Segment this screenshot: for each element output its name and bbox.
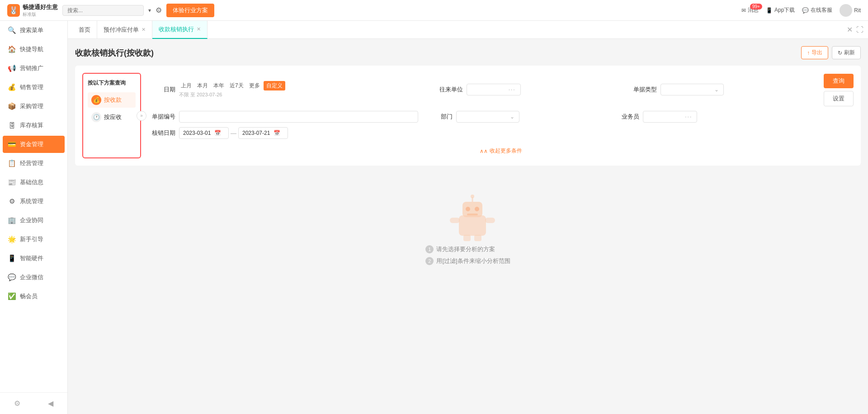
writeoff-start-date[interactable]: 2023-03-01 📅 <box>179 127 229 139</box>
download-icon: 📱 <box>766 7 773 14</box>
dropdown-btn[interactable]: ▾ <box>148 7 151 14</box>
filter-group-salesperson: 业务员 ··· <box>612 111 792 123</box>
filter-option-receipt[interactable]: 💰 按收款 <box>88 92 136 108</box>
service-icon: 💬 <box>802 7 809 14</box>
sidebar-item-quicknav[interactable]: 🏠 快捷导航 <box>0 40 67 59</box>
sidebar-label-hardware: 智能硬件 <box>20 254 43 262</box>
sidebar-settings-btn[interactable]: ⚙ <box>11 396 23 410</box>
sidebar-item-member[interactable]: ✅ 畅会员 <box>0 287 67 306</box>
logo-text: 畅捷通好生意 标准版 <box>23 3 58 18</box>
sidebar-bottom: ⚙ ◀ <box>0 392 67 414</box>
tab-home[interactable]: 首页 <box>72 21 97 39</box>
filter-option-receivable[interactable]: 🕐 按应收 <box>88 109 136 125</box>
industry-btn[interactable]: 体验行业方案 <box>166 4 214 17</box>
tabs-bar-right: ✕ ⛶ <box>847 25 863 34</box>
sidebar-label-basic: 基础信息 <box>20 178 43 186</box>
tab-prepay[interactable]: 预付冲应付单 ✕ <box>97 21 152 39</box>
refresh-btn[interactable]: ↻ 刷新 <box>832 46 861 59</box>
sidebar-item-wechat[interactable]: 💬 企业微信 <box>0 268 67 287</box>
gear-btn[interactable]: ⚙ <box>156 6 162 14</box>
page-title: 收款核销执行(按收款) <box>75 48 154 58</box>
user-area[interactable]: Rit <box>840 4 861 17</box>
sidebar-item-search[interactable]: 🔍 搜索菜单 <box>0 21 67 40</box>
counterparty-select[interactable]: ··· <box>467 84 521 95</box>
date-shortcut-more[interactable]: 更多 <box>247 81 262 90</box>
query-btn[interactable]: 查询 <box>824 74 854 88</box>
tip-num-1: 1 <box>425 245 434 253</box>
logo-area: 🐰 畅捷通好生意 标准版 <box>7 3 58 18</box>
date-shortcut-thismonth[interactable]: 本月 <box>195 81 210 90</box>
filter-row-1: 日期 上月 本月 本年 近7天 更多 自定义 不限 至 <box>148 73 854 106</box>
date-shortcut-custom[interactable]: 自定义 <box>264 81 285 90</box>
filter-collapse-btn[interactable]: » <box>137 111 146 121</box>
online-service-btn[interactable]: 💬 在线客服 <box>802 6 832 14</box>
filter-panel-title: 按以下方案查询 <box>88 79 136 87</box>
tab-expand-btn[interactable]: ⛶ <box>856 26 863 34</box>
svg-rect-7 <box>450 218 460 223</box>
sidebar-item-guide[interactable]: 🌟 新手引导 <box>0 230 67 249</box>
search-input[interactable] <box>62 5 144 16</box>
date-separator: — <box>231 130 236 137</box>
date-label: 日期 <box>148 86 175 94</box>
svg-point-3 <box>475 207 479 211</box>
export-btn[interactable]: ↑ 导出 <box>801 46 828 59</box>
app-download-btn[interactable]: 📱 App下载 <box>766 6 795 14</box>
empty-tip-2-text: 用[过滤]条件来缩小分析范围 <box>436 257 510 265</box>
tab-prepay-label: 预付冲应付单 <box>104 26 139 34</box>
collapse-more-btn[interactable]: ∧∧ 收起更多条件 <box>148 143 854 158</box>
collapse-more-label: 收起更多条件 <box>490 147 522 155</box>
app-download-label: App下载 <box>774 6 795 14</box>
sidebar-item-sales[interactable]: 💰 销售管理 <box>0 78 67 97</box>
tab-home-label: 首页 <box>79 26 90 34</box>
date-shortcut-7days[interactable]: 近7天 <box>228 81 245 90</box>
user-name: Rit <box>854 7 861 14</box>
page-actions: ↑ 导出 ↻ 刷新 <box>801 46 861 59</box>
sidebar-label-purchase: 采购管理 <box>20 102 43 110</box>
sidebar-item-basic[interactable]: 📰 基础信息 <box>0 173 67 192</box>
svg-rect-8 <box>485 218 495 223</box>
tab-prepay-close[interactable]: ✕ <box>142 27 146 33</box>
sidebar-collapse-btn[interactable]: ◀ <box>45 396 56 410</box>
salesperson-select[interactable]: ··· <box>643 111 697 123</box>
dept-select[interactable]: ⌄ <box>456 111 519 123</box>
tab-receivable-writeoff[interactable]: 收款核销执行 ✕ <box>152 21 208 39</box>
date-shortcut-lastmonth[interactable]: 上月 <box>179 81 193 90</box>
billtype-select[interactable]: ⌄ <box>660 84 724 95</box>
message-icon: ✉ <box>741 7 746 14</box>
date-input-group: 2023-03-01 📅 — 2023-07-21 📅 <box>179 127 288 139</box>
sidebar-item-operation[interactable]: 📋 经营管理 <box>0 154 67 173</box>
billtype-label: 单据类型 <box>630 86 657 94</box>
billno-input[interactable] <box>179 111 418 123</box>
sidebar-item-collab[interactable]: 🏢 企业协同 <box>0 211 67 230</box>
online-service-label: 在线客服 <box>811 6 832 14</box>
sidebar-item-marketing[interactable]: 📢 营销推广 <box>0 59 67 78</box>
tabs-bar: 首页 预付冲应付单 ✕ 收款核销执行 ✕ ✕ ⛶ <box>68 21 868 39</box>
sidebar-item-finance[interactable]: 💳 资金管理 <box>3 136 65 153</box>
sidebar-item-inventory[interactable]: 🗄 库存核算 <box>0 116 67 135</box>
writeoff-end-date[interactable]: 2023-07-21 📅 <box>238 127 288 139</box>
basic-icon: 📰 <box>7 178 16 186</box>
settings-filter-btn[interactable]: 设置 <box>824 91 854 106</box>
svg-rect-0 <box>459 215 486 236</box>
date-shortcut-thisyear[interactable]: 本年 <box>212 81 226 90</box>
filter-row-2: 单据编号 部门 ⌄ 业务员 ··· <box>148 111 854 123</box>
collab-icon: 🏢 <box>7 216 16 224</box>
svg-point-2 <box>466 207 470 211</box>
wechat-icon: 💬 <box>7 273 16 281</box>
date-shortcuts: 上月 本月 本年 近7天 更多 自定义 <box>179 81 285 90</box>
filter-option-receivable-label: 按应收 <box>104 113 122 121</box>
tab-receivable-close[interactable]: ✕ <box>197 26 201 32</box>
sidebar-item-purchase[interactable]: 📦 采购管理 <box>0 97 67 116</box>
filter-actions: 查询 设置 <box>824 73 854 106</box>
billno-label: 单据编号 <box>148 113 175 121</box>
writeoffdate-label: 核销日期 <box>148 129 175 137</box>
sidebar-item-hardware[interactable]: 📱 智能硬件 <box>0 249 67 268</box>
filter-group-writeoffdate: 核销日期 2023-03-01 📅 — 2023-07-21 📅 <box>148 127 448 139</box>
finance-icon: 💳 <box>7 140 16 148</box>
message-btn[interactable]: ✉ 消息 99+ <box>741 6 759 14</box>
guide-icon: 🌟 <box>7 235 16 243</box>
refresh-icon: ↻ <box>838 50 842 56</box>
tab-close-all-btn[interactable]: ✕ <box>847 25 853 34</box>
export-icon: ↑ <box>807 50 810 56</box>
sidebar-item-system[interactable]: ⚙ 系统管理 <box>0 192 67 211</box>
